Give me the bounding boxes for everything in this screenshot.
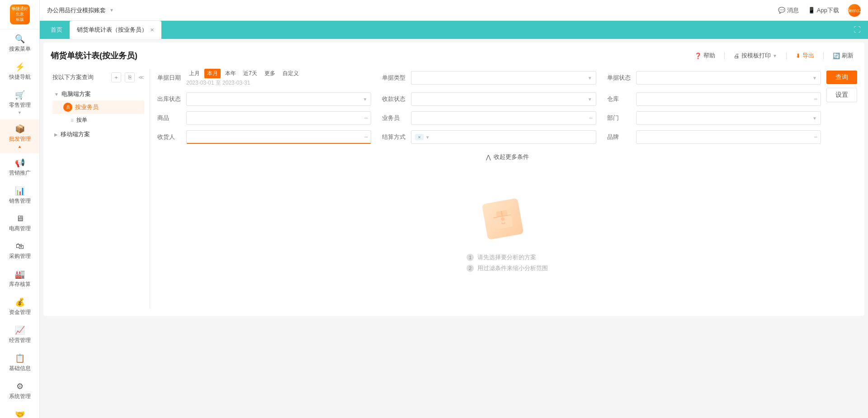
nav-title: 办公用品行业模拟账套	[47, 6, 106, 14]
sidebar-item-search[interactable]: 🔍 搜索菜单	[0, 29, 39, 57]
user-avatar[interactable]: demo2	[848, 4, 861, 17]
sidebar-item-wholesale[interactable]: 📦 批发管理 ▲	[0, 119, 39, 153]
tree-item-by-staff-icon: 员	[63, 103, 72, 112]
sidebar-item-inventory-label: 库存核算	[9, 280, 31, 288]
date-tabs-row: 上月 本月 本年 近7天 更多 自定义	[186, 69, 371, 78]
sidebar-item-enterprise[interactable]: 🤝 企业协同	[0, 405, 39, 418]
action-buttons-col: 查询 设置	[826, 69, 857, 149]
main-area: 办公用品行业模拟账套 ▼ 💬 消息 📱 App下载 demo2 首页 销货单统计…	[40, 0, 868, 418]
sidebar-item-ecommerce[interactable]: 🖥 电商管理	[0, 209, 39, 237]
page-container: 销货单统计表(按业务员) ❓ 帮助 🖨 按模板打印 ▼ ⬇	[43, 43, 864, 316]
filter-outer: 单据日期 上月 本月 本年 近7天 更多 自定义	[157, 69, 857, 149]
warehouse-label: 仓库	[607, 95, 632, 103]
app-download-label: App下载	[817, 6, 839, 14]
department-select[interactable]: ▼	[636, 111, 821, 125]
consignee-input[interactable]: ···	[186, 130, 371, 144]
date-tab-more[interactable]: 更多	[262, 69, 278, 78]
sidebar: 畅捷通好生意 标版 🔍 搜索菜单 ⚡ 快捷导航 🛒 零售管理 ▼ 📦 批发管理 …	[0, 0, 40, 418]
warehouse-select[interactable]: ···	[636, 92, 821, 106]
nav-dropdown-arrow[interactable]: ▼	[109, 8, 114, 13]
tab-home[interactable]: 首页	[43, 21, 70, 39]
sidebar-item-sales[interactable]: 📊 销售管理	[0, 181, 39, 209]
doc-type-field-group: 单据类型 ▼	[382, 71, 596, 85]
tree-group-mobile: ▶ 移动端方案	[52, 128, 144, 141]
panel-icons: ＋ ⎘ ≪	[111, 72, 144, 82]
staff-dots: ···	[589, 114, 592, 122]
out-status-select[interactable]: ▼	[186, 92, 371, 106]
settlement-arrow: ▼	[425, 135, 430, 140]
doc-status-select[interactable]: ▼	[636, 71, 821, 85]
date-tab-7days[interactable]: 近7天	[241, 69, 260, 78]
sidebar-item-retail[interactable]: 🛒 零售管理 ▼	[0, 86, 39, 119]
retail-icon: 🛒	[15, 90, 25, 100]
empty-tip-2: 2 用过滤条件来缩小分析范围	[467, 264, 548, 272]
goods-select[interactable]: ···	[186, 111, 371, 125]
sidebar-item-marketing[interactable]: 📢 营销推广	[0, 153, 39, 181]
sidebar-item-system[interactable]: ⚙ 系统管理	[0, 377, 39, 405]
wholesale-icon: 📦	[15, 124, 25, 134]
tree-item-by-order-label: 按单	[76, 116, 87, 124]
sidebar-item-operation[interactable]: 📈 经营管理	[0, 321, 39, 349]
tab-maximize-btn[interactable]: ⛶	[854, 26, 868, 34]
template-print-btn[interactable]: 🖨 按模板打印 ▼	[730, 50, 781, 62]
goods-dots: ···	[364, 114, 367, 122]
collapse-more-btn[interactable]: ⋀ 收起更多条件	[157, 149, 857, 165]
date-tab-last-month[interactable]: 上月	[186, 69, 203, 78]
out-status-label: 出库状态	[157, 95, 183, 103]
tree-group-desktop-header[interactable]: ▼ 电脑端方案	[52, 88, 144, 100]
app-logo: 畅捷通好生意 标版	[0, 0, 39, 29]
doc-type-arrow: ▼	[588, 76, 592, 81]
refresh-btn[interactable]: 🔄 刷新	[829, 50, 857, 62]
tab-sales-stat[interactable]: 销货单统计表（按业务员） ✕	[70, 21, 161, 39]
help-icon: ❓	[694, 52, 702, 59]
receipt-status-select[interactable]: ▼	[411, 92, 596, 106]
date-tab-this-year[interactable]: 本年	[222, 69, 239, 78]
export-btn[interactable]: ⬇ 导出	[792, 50, 818, 62]
sidebar-nav: 🔍 搜索菜单 ⚡ 快捷导航 🛒 零售管理 ▼ 📦 批发管理 ▲ 📢 营销推广 📊…	[0, 29, 39, 418]
page-actions: ❓ 帮助 🖨 按模板打印 ▼ ⬇ 导出	[691, 50, 857, 62]
date-tab-custom[interactable]: 自定义	[280, 69, 302, 78]
sidebar-item-basic[interactable]: 📋 基础信息	[0, 349, 39, 377]
settings-button[interactable]: 设置	[826, 88, 857, 102]
sidebar-item-sales-label: 销售管理	[9, 197, 31, 205]
divider-3	[823, 52, 824, 59]
tab-home-label: 首页	[51, 26, 62, 34]
department-field-group: 部门 ▼	[607, 111, 821, 125]
right-panel: 单据日期 上月 本月 本年 近7天 更多 自定义	[150, 69, 857, 309]
doc-type-select[interactable]: ▼	[411, 71, 596, 85]
tree-item-by-order[interactable]: ≡ 按单	[52, 114, 144, 126]
brand-select[interactable]: ···	[636, 130, 821, 144]
query-button[interactable]: 查询	[826, 71, 857, 84]
out-status-arrow: ▼	[363, 97, 367, 102]
warehouse-field-group: 仓库 ···	[607, 92, 821, 106]
sidebar-item-wholesale-label: 批发管理	[9, 135, 31, 143]
tree-item-by-staff[interactable]: 员 按业务员	[52, 100, 144, 114]
add-scheme-btn[interactable]: ＋	[111, 72, 121, 82]
department-label: 部门	[607, 114, 632, 122]
settlement-label: 结算方式	[382, 133, 407, 141]
doc-status-field-group: 单据状态 ▼	[607, 71, 821, 85]
sidebar-item-finance[interactable]: 💰 资金管理	[0, 293, 39, 321]
tab-close-icon[interactable]: ✕	[150, 27, 154, 33]
help-btn[interactable]: ❓ 帮助	[691, 50, 719, 62]
inventory-icon: 🏭	[15, 269, 25, 279]
message-label: 消息	[787, 6, 799, 14]
maximize-icon: ⛶	[854, 26, 861, 33]
app-download-btn[interactable]: 📱 App下载	[808, 6, 839, 14]
tree-group-mobile-header[interactable]: ▶ 移动端方案	[52, 128, 144, 141]
staff-select[interactable]: ···	[411, 111, 596, 125]
panel-collapse-btn[interactable]: ≪	[138, 74, 144, 81]
department-arrow: ▼	[812, 116, 817, 121]
panel-collapse-icon: ≪	[138, 74, 144, 81]
copy-scheme-btn[interactable]: ⎘	[125, 72, 135, 82]
settlement-select[interactable]: × ▼	[411, 130, 596, 144]
message-btn[interactable]: 💬 消息	[778, 6, 799, 14]
sidebar-item-shortcut[interactable]: ⚡ 快捷导航	[0, 57, 39, 86]
sidebar-item-inventory[interactable]: 🏭 库存核算	[0, 265, 39, 293]
settlement-tag-close[interactable]: ×	[418, 134, 420, 140]
filter-row-4: 收货人 ··· 结算方式	[157, 130, 821, 144]
refresh-icon: 🔄	[833, 52, 840, 59]
sidebar-item-purchase[interactable]: 🛍 采购管理	[0, 237, 39, 265]
date-tab-this-month[interactable]: 本月	[204, 69, 221, 78]
export-label: 导出	[802, 52, 814, 60]
